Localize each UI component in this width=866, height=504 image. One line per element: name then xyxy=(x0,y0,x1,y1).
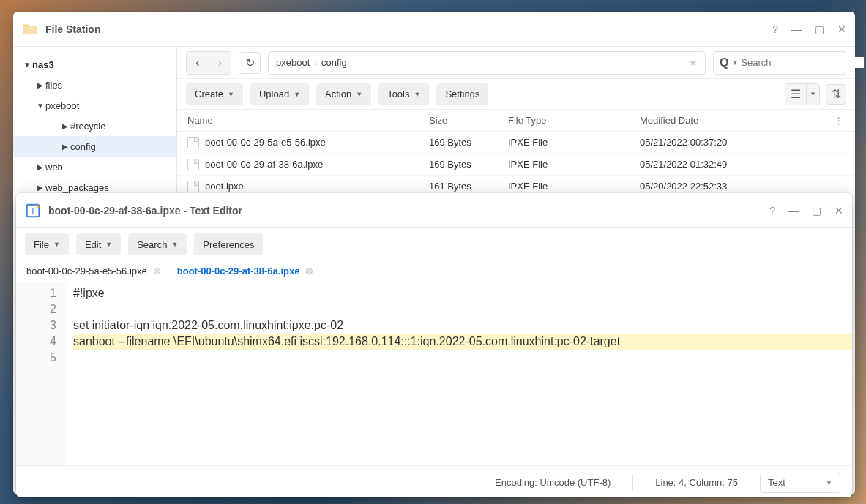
chevron-down-icon: ▼ xyxy=(53,241,60,248)
chevron-down-icon: ▼ xyxy=(826,479,832,486)
chevron-right-icon: › xyxy=(314,59,317,67)
column-type[interactable]: File Type xyxy=(508,115,640,126)
file-menu[interactable]: File▼ xyxy=(25,233,69,255)
column-options-icon[interactable]: ⋮ xyxy=(832,115,845,126)
close-icon[interactable]: ✕ xyxy=(835,205,843,217)
file-name: boot-00-0c-29-af-38-6a.ipxe xyxy=(205,159,323,170)
line-gutter: 1 2 3 4 5 xyxy=(16,282,67,465)
sort-button[interactable]: ⇅ xyxy=(826,84,846,105)
file-station-title: File Station xyxy=(45,23,100,35)
line-number: 4 xyxy=(16,334,56,350)
tree-item-files[interactable]: files xyxy=(13,75,176,95)
tree-label: web_packages xyxy=(45,182,109,193)
chevron-right-icon xyxy=(35,81,45,89)
maximize-icon[interactable]: ▢ xyxy=(812,205,821,217)
tree-item-recycle[interactable]: #recycle xyxy=(13,116,176,136)
line-number: 2 xyxy=(16,301,56,317)
column-date[interactable]: Modified Date xyxy=(640,115,832,126)
chevron-down-icon xyxy=(22,61,32,69)
code-line-current: sanboot --filename \EFI\ubuntu\shimx64.e… xyxy=(73,334,852,350)
file-type: IPXE File xyxy=(508,137,640,148)
file-date: 05/21/2022 01:32:49 xyxy=(640,159,832,170)
tab-close-icon[interactable]: ⊗ xyxy=(305,266,313,277)
tree-label: #recycle xyxy=(70,121,105,132)
chevron-down-icon: ▼ xyxy=(294,91,300,98)
file-date: 05/20/2022 22:52:33 xyxy=(640,181,832,192)
tree-item-web[interactable]: web xyxy=(13,157,176,177)
help-icon[interactable]: ? xyxy=(769,205,775,217)
create-button[interactable]: Create▼ xyxy=(186,83,243,105)
search-input[interactable] xyxy=(741,57,864,68)
minimize-icon[interactable]: — xyxy=(788,205,799,217)
code-editor[interactable]: 1 2 3 4 5 #!ipxe set initiator-iqn iqn.2… xyxy=(16,282,852,465)
breadcrumb[interactable]: pxeboot › config ★ xyxy=(268,51,706,75)
tree-root[interactable]: nas3 xyxy=(13,54,176,75)
code-content[interactable]: #!ipxe set initiator-iqn iqn.2022-05.com… xyxy=(67,282,852,465)
list-view-button[interactable]: ☰ xyxy=(785,84,806,105)
nav-toolbar: ‹ › ↻ pxeboot › config ★ Q ▼ xyxy=(177,47,855,79)
tools-button[interactable]: Tools▼ xyxy=(378,83,429,105)
refresh-button[interactable]: ↻ xyxy=(239,52,261,74)
close-icon[interactable]: ✕ xyxy=(837,23,846,35)
chevron-down-icon: ▼ xyxy=(171,241,178,248)
file-station-titlebar: File Station ? — ▢ ✕ xyxy=(13,12,855,47)
breadcrumb-segment[interactable]: config xyxy=(321,57,347,68)
search-menu[interactable]: Search▼ xyxy=(128,233,187,255)
file-name: boot-00-0c-29-5a-e5-56.ipxe xyxy=(205,137,326,148)
line-number: 3 xyxy=(16,317,56,334)
chevron-down-icon: ▼ xyxy=(105,241,112,248)
upload-button[interactable]: Upload▼ xyxy=(250,83,309,105)
edit-menu[interactable]: Edit▼ xyxy=(76,233,121,255)
chevron-right-icon xyxy=(60,122,70,130)
column-name[interactable]: Name xyxy=(187,115,429,126)
language-select[interactable]: Text ▼ xyxy=(760,473,840,493)
file-name: boot.ipxe xyxy=(205,181,244,192)
text-editor-window: T boot-00-0c-29-af-38-6a.ipxe - Text Edi… xyxy=(16,193,852,497)
line-number: 5 xyxy=(16,350,56,366)
forward-button[interactable]: › xyxy=(209,52,231,74)
preferences-button[interactable]: Preferences xyxy=(194,233,263,255)
editor-menu-bar: File▼ Edit▼ Search▼ Preferences xyxy=(16,228,852,260)
file-icon xyxy=(187,137,199,148)
language-label: Text xyxy=(768,477,785,488)
editor-tab[interactable]: boot-00-0c-29-af-38-6a.ipxe ⊗ xyxy=(177,266,314,277)
tab-label: boot-00-0c-29-5a-e5-56.ipxe xyxy=(26,266,147,277)
text-editor-icon: T xyxy=(25,203,41,219)
file-table-header: Name Size File Type Modified Date ⋮ xyxy=(177,110,855,132)
search-box[interactable]: Q ▼ xyxy=(713,51,846,75)
tree-label: files xyxy=(45,80,62,91)
file-icon xyxy=(187,181,199,192)
column-size[interactable]: Size xyxy=(429,115,508,126)
search-icon: Q xyxy=(720,56,728,69)
table-row[interactable]: boot-00-0c-29-5a-e5-56.ipxe 169 Bytes IP… xyxy=(177,132,855,154)
code-line: #!ipxe xyxy=(73,287,105,299)
maximize-icon[interactable]: ▢ xyxy=(815,23,824,35)
tab-close-icon[interactable]: ⊗ xyxy=(153,266,161,277)
tree-item-pxeboot[interactable]: pxeboot xyxy=(13,95,176,116)
svg-text:T: T xyxy=(30,206,35,216)
encoding-status: Encoding: Unicode (UTF-8) xyxy=(495,477,611,488)
editor-tabs: boot-00-0c-29-5a-e5-56.ipxe ⊗ boot-00-0c… xyxy=(16,260,852,282)
help-icon[interactable]: ? xyxy=(772,23,778,35)
divider xyxy=(632,475,633,491)
back-button[interactable]: ‹ xyxy=(187,52,209,74)
action-toolbar: Create▼ Upload▼ Action▼ Tools▼ Settings … xyxy=(177,79,855,110)
settings-button[interactable]: Settings xyxy=(436,83,488,105)
breadcrumb-segment[interactable]: pxeboot xyxy=(276,57,310,68)
chevron-right-icon xyxy=(35,163,45,171)
tree-root-label: nas3 xyxy=(32,59,54,70)
favorite-icon[interactable]: ★ xyxy=(689,57,698,68)
action-button[interactable]: Action▼ xyxy=(316,83,371,105)
tree-label: config xyxy=(70,141,96,152)
editor-tab[interactable]: boot-00-0c-29-5a-e5-56.ipxe ⊗ xyxy=(26,266,161,277)
file-size: 169 Bytes xyxy=(429,159,508,170)
view-dropdown-button[interactable]: ▼ xyxy=(806,84,819,105)
minimize-icon[interactable]: — xyxy=(791,23,802,35)
chevron-down-icon: ▼ xyxy=(356,91,362,98)
table-row[interactable]: boot-00-0c-29-af-38-6a.ipxe 169 Bytes IP… xyxy=(177,154,855,176)
chevron-down-icon[interactable]: ▼ xyxy=(731,59,738,67)
text-editor-title: boot-00-0c-29-af-38-6a.ipxe - Text Edito… xyxy=(48,205,242,217)
tree-item-config[interactable]: config xyxy=(13,136,176,157)
chevron-right-icon xyxy=(60,143,70,151)
tree-label: web xyxy=(45,162,63,173)
